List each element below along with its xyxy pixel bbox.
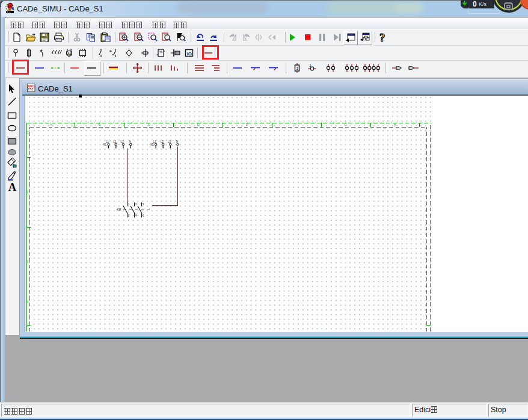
svg-text:L3: L3	[121, 140, 124, 143]
svg-text:-X1: -X1	[102, 143, 107, 146]
svg-text:L3: L3	[168, 140, 171, 143]
svg-text:3: 3	[135, 203, 137, 206]
svg-text:-KM: -KM	[116, 208, 121, 211]
svg-text:L1: L1	[153, 140, 157, 143]
svg-text:N: N	[176, 140, 178, 143]
svg-text:L2: L2	[113, 140, 117, 143]
svg-text:2: 2	[128, 214, 130, 217]
svg-text:IO: IO	[187, 51, 192, 57]
svg-text:N: N	[129, 140, 131, 143]
svg-text:1: 1	[296, 66, 298, 70]
svg-text:DOC: DOC	[28, 85, 35, 88]
svg-text:L1: L1	[106, 140, 109, 143]
svg-text:%: %	[159, 50, 163, 54]
svg-text:-X2: -X2	[150, 143, 155, 146]
svg-text:M: M	[68, 52, 71, 56]
svg-text:?: ?	[379, 32, 385, 43]
svg-text:1: 1	[309, 63, 312, 67]
svg-text:5: 5	[143, 203, 144, 206]
svg-text:L2: L2	[161, 140, 164, 143]
svg-text:6: 6	[143, 214, 144, 217]
svg-text:1: 1	[128, 203, 130, 206]
svg-text:4: 4	[135, 214, 137, 217]
